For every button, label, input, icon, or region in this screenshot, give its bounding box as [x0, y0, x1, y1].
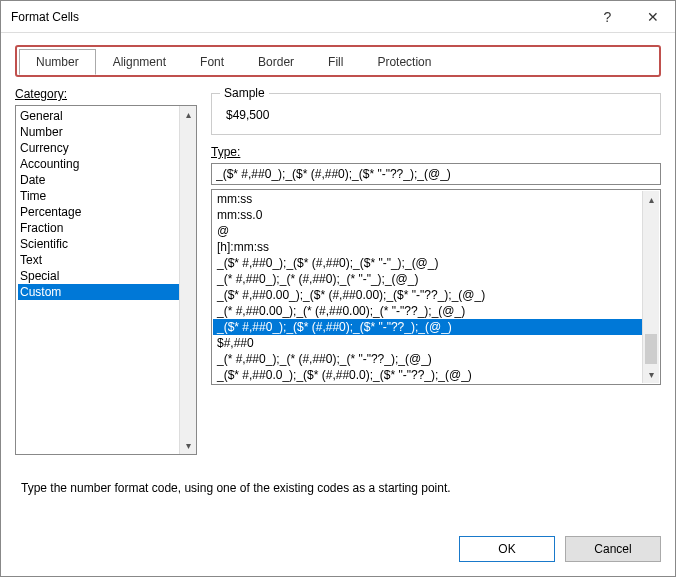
category-item[interactable]: Percentage: [18, 204, 179, 220]
type-list-item[interactable]: mm:ss: [213, 191, 642, 207]
scroll-down-icon[interactable]: ▾: [643, 366, 659, 383]
category-label: Category:: [15, 87, 197, 101]
type-list-item[interactable]: _(* #,##0.00_);_(* (#,##0.00);_(* "-"??_…: [213, 303, 642, 319]
type-label: Type:: [211, 145, 661, 159]
dialog-title: Format Cells: [11, 10, 585, 24]
tab-alignment[interactable]: Alignment: [96, 49, 183, 75]
button-row: OK Cancel: [459, 536, 661, 562]
category-item[interactable]: Scientific: [18, 236, 179, 252]
tab-area: Number Alignment Font Border Fill Protec…: [15, 45, 661, 77]
scroll-down-icon[interactable]: ▾: [180, 437, 196, 454]
category-item[interactable]: Special: [18, 268, 179, 284]
tab-border[interactable]: Border: [241, 49, 311, 75]
category-scrollbar[interactable]: ▴ ▾: [179, 106, 196, 454]
tabstrip: Number Alignment Font Border Fill Protec…: [15, 45, 661, 77]
content-panel: Category: GeneralNumberCurrencyAccountin…: [1, 77, 675, 455]
type-list-item[interactable]: _(* #,##0_);_(* (#,##0);_(* "-"_);_(@_): [213, 271, 642, 287]
type-list-wrap: mm:ssmm:ss.0@[h]:mm:ss_($* #,##0_);_($* …: [211, 189, 661, 385]
scroll-up-icon[interactable]: ▴: [180, 106, 196, 123]
type-list-item[interactable]: @: [213, 223, 642, 239]
category-item[interactable]: Number: [18, 124, 179, 140]
type-list-item[interactable]: [h]:mm:ss: [213, 239, 642, 255]
category-column: Category: GeneralNumberCurrencyAccountin…: [15, 87, 197, 455]
category-item[interactable]: Fraction: [18, 220, 179, 236]
scroll-up-icon[interactable]: ▴: [643, 191, 659, 208]
type-list-item[interactable]: _($* #,##0_);_($* (#,##0);_($* "-"_);_(@…: [213, 255, 642, 271]
cancel-button[interactable]: Cancel: [565, 536, 661, 562]
category-item[interactable]: Accounting: [18, 156, 179, 172]
type-list-item[interactable]: _($* #,##0_);_($* (#,##0);_($* "-"??_);_…: [213, 319, 642, 335]
category-item[interactable]: Text: [18, 252, 179, 268]
type-list-item[interactable]: $#,##0: [213, 335, 642, 351]
category-item[interactable]: Currency: [18, 140, 179, 156]
type-listbox[interactable]: mm:ssmm:ss.0@[h]:mm:ss_($* #,##0_);_($* …: [213, 191, 642, 383]
category-item[interactable]: Custom: [18, 284, 179, 300]
tab-fill[interactable]: Fill: [311, 49, 360, 75]
category-item[interactable]: Time: [18, 188, 179, 204]
details-column: Sample $49,500 Type: mm:ssmm:ss.0@[h]:mm…: [211, 87, 661, 455]
type-list-item[interactable]: mm:ss.0: [213, 207, 642, 223]
format-cells-dialog: Format Cells ? ✕ Number Alignment Font B…: [0, 0, 676, 577]
ok-button[interactable]: OK: [459, 536, 555, 562]
description-text: Type the number format code, using one o…: [1, 455, 675, 495]
close-button[interactable]: ✕: [630, 1, 675, 32]
type-list-item[interactable]: _($* #,##0.00_);_($* (#,##0.00);_($* "-"…: [213, 287, 642, 303]
titlebar: Format Cells ? ✕: [1, 1, 675, 33]
type-input[interactable]: [211, 163, 661, 185]
sample-value: $49,500: [224, 104, 648, 124]
scroll-thumb[interactable]: [645, 334, 657, 364]
type-list-item[interactable]: _(* #,##0_);_(* (#,##0);_(* "-"??_);_(@_…: [213, 351, 642, 367]
tab-number[interactable]: Number: [19, 49, 96, 75]
help-button[interactable]: ?: [585, 1, 630, 32]
sample-group: Sample $49,500: [211, 93, 661, 135]
tab-font[interactable]: Font: [183, 49, 241, 75]
type-list-item[interactable]: _($* #,##0.0_);_($* (#,##0.0);_($* "-"??…: [213, 367, 642, 383]
sample-label: Sample: [220, 86, 269, 100]
category-item[interactable]: Date: [18, 172, 179, 188]
category-item[interactable]: General: [18, 108, 179, 124]
type-scrollbar[interactable]: ▴ ▾: [642, 191, 659, 383]
tab-protection[interactable]: Protection: [360, 49, 448, 75]
category-listbox[interactable]: GeneralNumberCurrencyAccountingDateTimeP…: [15, 105, 197, 455]
